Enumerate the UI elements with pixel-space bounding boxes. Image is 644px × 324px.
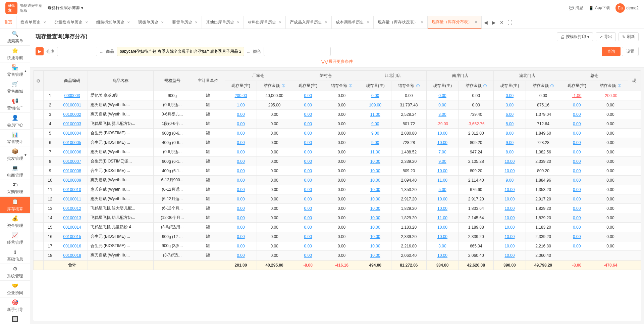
sidebar-item-basic-info[interactable]: ℹ 基础信息 [0, 247, 30, 264]
sidebar-item-retail-stats[interactable]: 📊 零售统计 [0, 130, 30, 146]
table-cell: 10.00 [426, 223, 458, 232]
tab-close-icon[interactable]: ✕ [237, 20, 239, 24]
table-cell[interactable] [34, 204, 44, 213]
sidebar-item-search[interactable]: 🔍 搜索英单 [0, 29, 30, 46]
table-cell[interactable] [34, 251, 44, 261]
sidebar-item-enterprise[interactable]: 🤝 企业协同 [0, 281, 30, 297]
tab-close-icon[interactable]: ✕ [85, 20, 88, 24]
tab-close-icon[interactable]: ✕ [475, 20, 477, 24]
table-cell: 0.00 [561, 223, 593, 232]
avatar: Ea [615, 3, 625, 13]
tab-inventory-history[interactable]: 盘点单历史 ✕ [16, 16, 50, 29]
table-cell[interactable] [34, 91, 44, 100]
table-cell[interactable] [34, 119, 44, 129]
table-gear-icon[interactable]: ⚙ [36, 78, 41, 84]
tab-close-icon[interactable]: ✕ [421, 20, 423, 24]
table-cell[interactable] [34, 194, 44, 204]
tab-sub-inventory[interactable]: 分量盘点单历史 ✕ [50, 16, 92, 29]
sidebar-item-nav[interactable]: ⭐ 快捷导航 [0, 46, 30, 62]
app-download-btn[interactable]: 📱 App下载 [589, 5, 610, 11]
sidebar-item-guide[interactable]: 🎯 新手引导 [0, 297, 30, 314]
table-cell: 0.00 [593, 166, 628, 176]
table-cell: 2,339.20 [526, 232, 561, 241]
sidebar-item-apps[interactable]: 🔲 应用中心 [0, 314, 30, 324]
tab-material-out[interactable]: 材料出库单历史 ✕ [244, 16, 286, 29]
table-cell: 9.00 [359, 138, 391, 147]
sidebar-item-inventory[interactable]: 📋 库存核算 [0, 197, 30, 214]
table-cell[interactable] [34, 110, 44, 119]
table-cell: -1.00 [561, 91, 593, 100]
message-btn[interactable]: 💬 消息 [569, 5, 583, 11]
tab-close-all-btn[interactable]: ✕ [498, 16, 506, 29]
tab-expand-btn[interactable]: ⛶ [506, 16, 514, 29]
sidebar-item-marketing[interactable]: 📢 营销推广 [0, 96, 30, 113]
tab-cost-adj[interactable]: 成本调整单历史 ✕ [332, 16, 374, 29]
table-cell[interactable] [34, 147, 44, 157]
sidebar-item-finance[interactable]: 💰 资金管理 [0, 214, 30, 230]
sidebar-item-purchase[interactable]: 🛍 采购管理 [0, 180, 30, 197]
tab-order[interactable]: 要货单历史 ✕ [168, 16, 202, 29]
settings-col-header[interactable]: ⚙ [34, 71, 44, 91]
tab-finished-in[interactable]: 产成品入库单历史 ✕ [286, 16, 332, 29]
tab-assemble[interactable]: 组装拆卸单历史 ✕ [92, 16, 134, 29]
tab-close-icon[interactable]: ✕ [161, 20, 164, 24]
table-cell[interactable] [34, 138, 44, 147]
tab-close-icon[interactable]: ✕ [195, 20, 198, 24]
table-cell: 0.00 [257, 147, 292, 157]
color-input[interactable] [264, 47, 331, 56]
sidebar-item-ecommerce[interactable]: 💻 电商管理 [0, 163, 30, 180]
search-button[interactable]: 查询 [602, 47, 621, 56]
table-cell: 罐 [191, 194, 225, 204]
target-icon: 🎯 [12, 299, 18, 306]
company-dropdown[interactable]: 母婴行业演示陈套 ▾ [48, 5, 83, 11]
warehouse-input[interactable] [57, 47, 97, 56]
setting-button[interactable]: 设置 [622, 47, 639, 56]
sidebar-item-wholesale[interactable]: 📦 批发管理 ▼ [0, 146, 30, 163]
table-cell: (6-12月适... [154, 194, 191, 204]
table-cell[interactable] [34, 232, 44, 241]
table-cell[interactable] [34, 166, 44, 176]
tab-next-btn[interactable]: ▶ [490, 16, 498, 29]
table-cell: 13 [44, 204, 57, 213]
export-btn[interactable]: ↗ 导出 [596, 32, 616, 41]
sidebar-item-system[interactable]: ⚙ 系统管理 [0, 264, 30, 281]
table-cell[interactable] [34, 100, 44, 110]
tab-close-icon[interactable]: ✕ [127, 20, 130, 24]
sidebar-item-operations[interactable]: 📈 经营管理 [0, 230, 30, 247]
table-cell: 676.60 [459, 185, 494, 194]
filter-expand-btn[interactable]: ▶ [36, 47, 44, 55]
table-cell: 11.00 [359, 110, 391, 119]
tab-stock-status[interactable]: 现存量（库存状况表） ✕ [374, 16, 428, 29]
table-cell[interactable] [34, 185, 44, 194]
refresh-btn[interactable]: ↻ 刷新 [619, 32, 639, 41]
tab-close-icon[interactable]: ✕ [325, 20, 327, 24]
table-cell[interactable] [34, 213, 44, 223]
goods-input[interactable] [117, 47, 244, 56]
expand-more-btn[interactable]: ⋁⋁ 展开更多条件 [321, 59, 353, 64]
tab-close-icon[interactable]: ✕ [43, 20, 46, 24]
info-icon: ⓘ [550, 84, 554, 88]
table-cell[interactable] [34, 129, 44, 138]
tab-prev-btn[interactable]: ◀ [482, 16, 490, 29]
sidebar-item-member[interactable]: 👤 会员中心 [0, 113, 30, 130]
col-spec: 规格型号 [154, 71, 191, 91]
col-jb-amt: 结存金额 ⓘ [391, 81, 426, 91]
table-cell[interactable] [34, 176, 44, 185]
tab-close-icon[interactable]: ✕ [279, 20, 281, 24]
tab-home[interactable]: 首页 [0, 16, 16, 29]
table-wrapper: ⚙ 商品编码 商品名称 规格型号 主计量单位 厂家仓 陆村仓 江北门店 南岸门店… [33, 70, 641, 321]
sidebar-item-retail-mgmt[interactable]: 🏪 零售管理 ▲ [0, 62, 30, 79]
table-cell [628, 147, 641, 157]
table-cell[interactable] [34, 223, 44, 232]
user-avatar[interactable]: Ea demo2 [615, 3, 639, 13]
tab-other-out[interactable]: 其他出库单历史 ✕ [202, 16, 244, 29]
tab-close-icon[interactable]: ✕ [367, 20, 369, 24]
print-btn[interactable]: 🖨 按模板打印 ▾ [557, 32, 593, 41]
tab-transfer[interactable]: 调拨单历史 ✕ [134, 16, 168, 29]
table-cell[interactable] [34, 157, 44, 166]
table-cell: 10.00 [426, 232, 458, 241]
table-cell: 惠氏启赋 (Wyeth illu... [88, 147, 153, 157]
table-cell[interactable] [34, 241, 44, 251]
sidebar-item-retail-mall[interactable]: 🛒 零售商城 [0, 79, 30, 96]
tab-stock-dist[interactable]: 现存量（库存分布表） ✕ [428, 16, 482, 29]
